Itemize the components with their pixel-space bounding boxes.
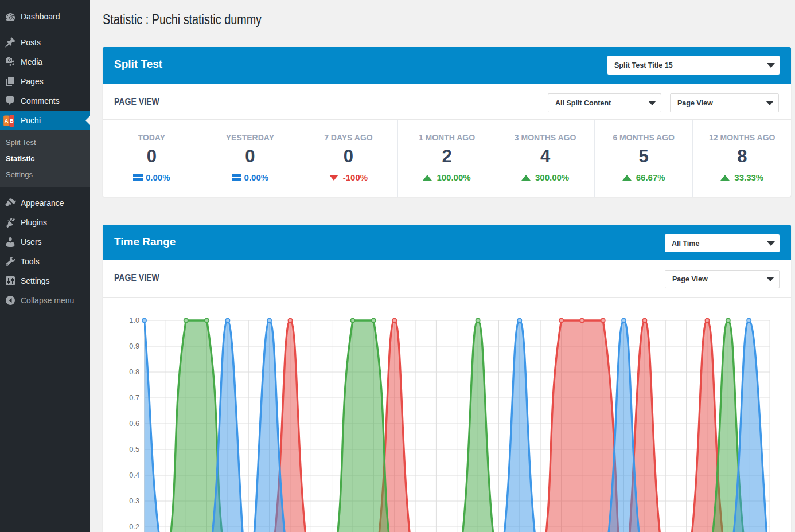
svg-text:0.3: 0.3	[129, 496, 139, 505]
svg-text:0.8: 0.8	[129, 367, 139, 376]
svg-text:0.7: 0.7	[129, 393, 139, 402]
svg-text:B: B	[10, 118, 14, 124]
svg-text:A: A	[5, 118, 9, 124]
svg-text:0.9: 0.9	[129, 342, 139, 350]
svg-text:0.4: 0.4	[129, 471, 139, 479]
svg-text:0.5: 0.5	[129, 445, 139, 453]
svg-text:1.0: 1.0	[129, 316, 139, 324]
svg-text:0.2: 0.2	[129, 522, 139, 531]
svg-text:0.6: 0.6	[129, 419, 139, 428]
